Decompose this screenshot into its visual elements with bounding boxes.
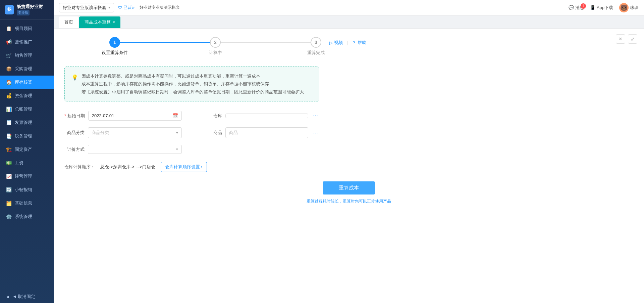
stepper-helper: ▷ 视频 | ？ 帮助 (329, 40, 366, 46)
warehouse-order-settings-button[interactable]: 仓库计算顺序设置 › (161, 162, 207, 172)
sidebar-item-label: 基础信息 (15, 200, 32, 206)
stepper: 1 设置重算条件 2 计算中 3 重算完成 (64, 37, 366, 56)
action-area: 重算成本 重算过程耗时较长，重算时您可以正常使用产品 (64, 181, 633, 204)
marketing-icon: 📢 (5, 39, 12, 45)
step-3-label: 重算完成 (307, 50, 325, 56)
start-date-row: 起始日期 2022-07-01 📅 (64, 111, 182, 121)
info-text: 因成本计算参数调整、或是对商品成本有疑问时，可以通过成本重算功能，重新计算一遍成… (82, 72, 304, 96)
start-date-label: 起始日期 (64, 113, 85, 119)
tax-icon: 📑 (5, 133, 12, 139)
basic-icon: 🗂️ (5, 200, 12, 207)
step-2-circle: 2 (210, 37, 221, 48)
close-page-button[interactable]: ✕ (616, 34, 625, 44)
expand-icon: ⤢ (631, 36, 635, 42)
tabbar: 首页 商品成本重算 × (54, 15, 644, 29)
page-content: ✕ ⤢ 1 设置重算条件 2 计算中 (54, 29, 644, 303)
warehouse-row: 仓库 ··· (202, 111, 319, 121)
topbar-left: 好业财专业版演示帐套 ▾ 🛡 已认证 好业财专业版演示帐套 (59, 3, 180, 12)
close-icon: ✕ (619, 36, 623, 42)
shield-icon: 🛡 (118, 5, 122, 10)
category-placeholder: 商品分类 (92, 130, 109, 136)
sidebar-item-label: 系统管理 (15, 214, 32, 220)
purchase-icon: 📦 (5, 66, 12, 72)
product-input[interactable]: 商品 (225, 127, 308, 138)
account-display: 好业财专业版演示帐套 (140, 5, 180, 10)
info-box: 💡 因成本计算参数调整、或是对商品成本有疑问时，可以通过成本重算功能，重新计算一… (64, 67, 319, 101)
sidebar-item-invoice[interactable]: 🧾 发票管理 (0, 116, 54, 129)
category-row: 商品分类 商品分类 ▾ (64, 127, 182, 138)
main-content: 好业财专业版演示帐套 ▾ 🛡 已认证 好业财专业版演示帐套 💬 消息 1 📱 A… (54, 0, 644, 303)
start-date-input[interactable]: 2022-07-01 📅 (88, 111, 182, 121)
page-controls: ✕ ⤢ (616, 34, 637, 44)
pricing-row: 计价方式 ▾ (64, 145, 182, 154)
pricing-select[interactable]: ▾ (88, 145, 182, 154)
sidebar-item-ops[interactable]: 📈 经营管理 (0, 170, 54, 183)
sidebar-item-system[interactable]: ⚙️ 系统管理 (0, 210, 54, 223)
sidebar-item-salary[interactable]: 💵 工资 (0, 156, 54, 170)
sidebar-item-label: 小畅报销 (15, 187, 32, 193)
sidebar-item-expense[interactable]: 🔄 小畅报销 (0, 183, 54, 197)
sidebar-item-purchase[interactable]: 📦 采购管理 (0, 62, 54, 76)
sidebar-item-label: 销售管理 (15, 52, 32, 58)
sidebar-unpin[interactable]: ◄ ◄ 取消固定 (0, 290, 54, 303)
warehouse-order-value: 总仓->深圳仓库->...->门店仓 (100, 164, 155, 170)
category-label: 商品分类 (64, 130, 85, 136)
warehouse-input[interactable] (225, 114, 308, 118)
product-label: 商品 (202, 130, 222, 136)
sidebar-item-label: 固定资产 (15, 146, 32, 153)
tab-cost-recalc[interactable]: 商品成本重算 × (79, 16, 120, 28)
play-icon: ▷ (329, 40, 333, 45)
sidebar-item-sales[interactable]: 🛒 销售管理 (0, 49, 54, 62)
assets-icon: 🏗️ (5, 146, 12, 153)
project-icon: 📋 (5, 25, 12, 32)
video-link[interactable]: ▷ 视频 (329, 40, 343, 46)
account-selector[interactable]: 好业财专业版演示帐套 ▾ (59, 3, 114, 12)
calendar-icon[interactable]: 📅 (173, 113, 178, 118)
sidebar-logo: 畅 畅捷通好业财 专业版 (0, 0, 54, 20)
avatar: 🐻 (619, 3, 629, 12)
sidebar-item-accounting[interactable]: 📊 总账管理 (0, 102, 54, 116)
chevron-down-icon: ▾ (176, 131, 178, 135)
salary-icon: 💵 (5, 160, 12, 166)
logo-text: 畅捷通好业财 专业版 (17, 4, 43, 15)
sidebar-menu: 📋 项目顾问 📢 营销推广 🛒 销售管理 📦 采购管理 🏠 库存核算 💰 资金管… (0, 20, 54, 290)
sidebar-item-label: 经营管理 (15, 173, 32, 179)
hint-text: 重算过程耗时较长，重算时您可以正常使用产品 (64, 199, 633, 204)
product-picker-button[interactable]: ··· (312, 128, 319, 138)
warehouse-label: 仓库 (202, 113, 222, 119)
sidebar-item-label: 项目顾问 (15, 26, 32, 32)
sidebar-item-tax[interactable]: 📑 税务管理 (0, 129, 54, 143)
app-download-button[interactable]: 📱 App下载 (590, 5, 613, 11)
product-placeholder: 商品 (229, 130, 238, 136)
finance-icon: 💰 (5, 92, 12, 99)
sidebar-item-project[interactable]: 📋 项目顾问 (0, 22, 54, 35)
sidebar-item-basic[interactable]: 🗂️ 基础信息 (0, 197, 54, 210)
question-icon: ？ (352, 40, 356, 46)
category-select[interactable]: 商品分类 ▾ (88, 127, 182, 138)
sidebar-item-assets[interactable]: 🏗️ 固定资产 (0, 143, 54, 156)
sidebar-item-marketing[interactable]: 📢 营销推广 (0, 35, 54, 49)
sidebar-item-label: 营销推广 (15, 39, 32, 45)
sales-icon: 🛒 (5, 52, 12, 59)
user-menu[interactable]: 🐻 珠珠 (619, 3, 639, 12)
topbar: 好业财专业版演示帐套 ▾ 🛡 已认证 好业财专业版演示帐套 💬 消息 1 📱 A… (54, 0, 644, 15)
tab-close-icon[interactable]: × (113, 20, 115, 25)
step-2-label: 计算中 (209, 50, 222, 56)
invoice-icon: 🧾 (5, 119, 12, 126)
recalc-button[interactable]: 重算成本 (323, 181, 375, 194)
help-link[interactable]: ？ 帮助 (352, 40, 366, 46)
tab-home[interactable]: 首页 (59, 16, 78, 28)
sidebar-item-inventory[interactable]: 🏠 库存核算 (0, 76, 54, 89)
inventory-icon: 🏠 (5, 79, 12, 86)
chevron-down-icon: ▾ (176, 147, 178, 152)
sidebar-item-label: 总账管理 (15, 106, 32, 112)
sidebar-item-label: 资金管理 (15, 93, 32, 99)
system-icon: ⚙️ (5, 213, 12, 220)
sidebar-item-finance[interactable]: 💰 资金管理 (0, 89, 54, 102)
warehouse-picker-button[interactable]: ··· (312, 111, 319, 121)
expand-button[interactable]: ⤢ (628, 34, 637, 44)
sidebar-item-label: 库存核算 (15, 79, 32, 85)
message-button[interactable]: 💬 消息 1 (569, 5, 584, 11)
sidebar-item-label: 工资 (15, 160, 23, 166)
accounting-icon: 📊 (5, 106, 12, 113)
